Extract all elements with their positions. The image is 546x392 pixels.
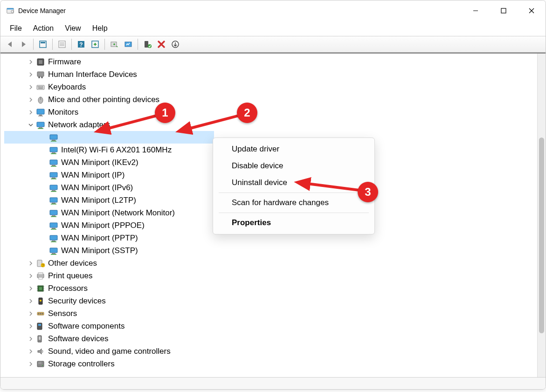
tree-row[interactable]: Keyboards xyxy=(4,81,537,93)
tree-node-label: WAN Miniport (PPTP) xyxy=(61,234,138,243)
menu-action[interactable]: Action xyxy=(28,22,59,34)
expand-icon[interactable] xyxy=(27,108,35,117)
scan-hardware-icon[interactable] xyxy=(122,38,135,51)
context-disable-device[interactable]: Disable device xyxy=(213,158,374,174)
audio-icon xyxy=(36,347,45,356)
no-expander xyxy=(40,196,48,205)
expand-icon[interactable] xyxy=(27,335,35,343)
properties-icon[interactable] xyxy=(55,38,69,51)
tree-row[interactable]: Storage controllers xyxy=(4,358,537,370)
tree-node-label: WAN Miniport (IP) xyxy=(61,171,124,180)
expand-icon[interactable] xyxy=(27,272,35,280)
network-icon xyxy=(49,133,58,142)
context-scan-hardware[interactable]: Scan for hardware changes xyxy=(213,194,374,211)
tree-node-label: WAN Miniport (SSTP) xyxy=(61,246,138,255)
no-expander xyxy=(40,133,48,142)
expand-icon[interactable] xyxy=(27,360,35,368)
tree-row[interactable]: Processors xyxy=(4,282,537,295)
tree-row[interactable]: Mice and other pointing devices xyxy=(4,93,537,106)
uninstall-device-toolbar-icon[interactable] xyxy=(155,38,168,51)
tree-row[interactable]: Software devices xyxy=(4,332,537,345)
statusbar xyxy=(0,377,546,389)
menu-help[interactable]: Help xyxy=(87,22,113,34)
hid-icon xyxy=(36,70,45,79)
svg-line-69 xyxy=(308,184,359,190)
help-icon[interactable] xyxy=(75,38,88,51)
menu-view[interactable]: View xyxy=(59,22,86,34)
action-icon[interactable] xyxy=(89,38,102,51)
no-expander xyxy=(40,146,48,154)
scrollbar-thumb[interactable] xyxy=(539,138,544,333)
expand-icon[interactable] xyxy=(27,96,35,104)
context-update-driver[interactable]: Update driver xyxy=(213,141,374,158)
network-icon xyxy=(49,158,58,167)
toolbar xyxy=(0,36,546,53)
tree-node-label: Storage controllers xyxy=(48,359,115,369)
expand-icon[interactable] xyxy=(27,284,35,293)
tree-node-label: Human Interface Devices xyxy=(48,70,137,79)
expand-icon[interactable] xyxy=(27,309,35,318)
annotation-arrow-3 xyxy=(303,179,364,196)
no-expander xyxy=(40,221,48,230)
tree-node-label: Software components xyxy=(48,322,124,331)
back-icon[interactable] xyxy=(3,38,16,51)
expand-icon[interactable] xyxy=(27,297,35,305)
forward-icon[interactable] xyxy=(17,38,30,51)
security-icon xyxy=(36,296,45,306)
no-expander xyxy=(40,234,48,242)
window-title: Device Manager xyxy=(18,7,66,14)
tree-row[interactable]: Network adapters xyxy=(4,118,537,131)
tree-row[interactable]: Firmware xyxy=(4,55,537,68)
close-button[interactable] xyxy=(518,0,546,21)
tree-node-label: Print queues xyxy=(48,271,92,281)
add-legacy-hardware-icon[interactable] xyxy=(169,38,182,51)
no-expander xyxy=(40,158,48,167)
mouse-icon xyxy=(36,95,45,104)
svg-line-67 xyxy=(107,116,157,129)
tree-row[interactable]: Human Interface Devices xyxy=(4,68,537,81)
minimize-button[interactable] xyxy=(462,0,490,21)
annotation-badge-1: 1 xyxy=(155,103,175,123)
expand-icon[interactable] xyxy=(27,347,35,356)
tree-node-label: WAN Miniport (IKEv2) xyxy=(61,158,138,167)
tree-row[interactable]: Print queues xyxy=(4,269,537,282)
tree-node-label: Software devices xyxy=(48,334,108,344)
tree-node-label: Keyboards xyxy=(48,83,86,92)
tree-row[interactable]: WAN Miniport (SSTP) xyxy=(4,244,537,257)
swcomp-icon xyxy=(36,322,45,331)
expand-icon[interactable] xyxy=(27,83,35,91)
storage-icon xyxy=(36,359,45,369)
network-icon xyxy=(49,183,58,193)
show-hidden-icon[interactable] xyxy=(36,38,49,51)
tree-node-label: Other devices xyxy=(48,259,97,268)
no-expander xyxy=(40,171,48,179)
tree-node-label: WAN Miniport (IPv6) xyxy=(61,183,133,193)
firmware-icon xyxy=(36,57,45,67)
tree-node-label: WAN Miniport (Network Monitor) xyxy=(61,208,175,218)
expand-icon[interactable] xyxy=(27,259,35,268)
tree-node-label: Network adapters xyxy=(48,120,110,130)
no-expander xyxy=(40,247,48,255)
maximize-button[interactable] xyxy=(490,0,518,21)
tree-row[interactable]: Sensors xyxy=(4,307,537,320)
collapse-icon[interactable] xyxy=(27,121,35,129)
tree-row[interactable]: Other devices xyxy=(4,257,537,269)
expand-icon[interactable] xyxy=(27,322,35,330)
tree-row[interactable]: Monitors xyxy=(4,106,537,118)
monitor-icon xyxy=(36,108,45,117)
tree-node-label: Sensors xyxy=(48,309,77,318)
vertical-scrollbar[interactable] xyxy=(537,54,546,377)
expand-icon[interactable] xyxy=(27,70,35,79)
tree-row[interactable]: Software components xyxy=(4,320,537,332)
update-driver-icon[interactable] xyxy=(108,38,121,51)
tree-row[interactable]: Security devices xyxy=(4,295,537,307)
tree-node-label: Monitors xyxy=(48,108,78,117)
tree-row[interactable]: Sound, video and game controllers xyxy=(4,345,537,358)
enable-device-icon[interactable] xyxy=(141,38,154,51)
toolbar-separator xyxy=(104,39,105,50)
expand-icon[interactable] xyxy=(27,58,35,66)
keyboard-icon xyxy=(36,83,45,92)
annotation-badge-2: 2 xyxy=(237,103,257,123)
menu-file[interactable]: File xyxy=(4,22,28,34)
context-properties[interactable]: Properties xyxy=(213,214,374,231)
